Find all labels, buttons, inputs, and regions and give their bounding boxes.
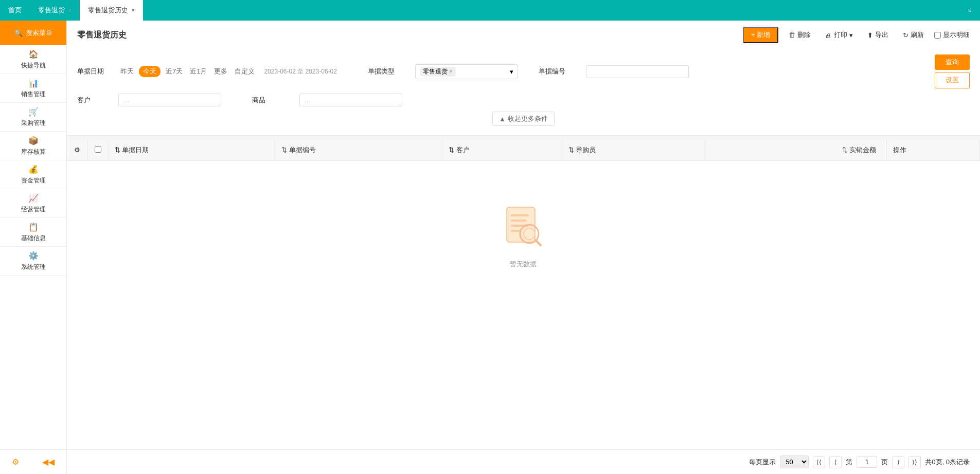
sidebar-item-operations[interactable]: 📈 经营管理 bbox=[0, 189, 66, 218]
show-detail-label[interactable]: 显示明细 bbox=[934, 30, 970, 40]
type-filter-label: 单据类型 bbox=[368, 67, 409, 76]
print-btn[interactable]: 🖨 打印 ▾ bbox=[821, 28, 857, 42]
svg-rect-1 bbox=[511, 214, 529, 216]
date-opt-custom[interactable]: 自定义 bbox=[233, 66, 257, 77]
date-range-text: 2023-06-02 至 2023-06-02 bbox=[264, 67, 336, 76]
date-opt-7days[interactable]: 近7天 bbox=[164, 66, 185, 77]
sidebar-search-label: 搜索菜单 bbox=[26, 28, 52, 38]
select-all-checkbox[interactable] bbox=[95, 146, 101, 153]
type-tag-remove[interactable]: × bbox=[449, 68, 453, 75]
pagination-bar: 每页显示 20 50 100 ⟨⟨ ⟨ 第 页 ⟩ ⟩⟩ 共0页, 0条记录 bbox=[67, 449, 980, 474]
delete-btn[interactable]: 🗑 删除 bbox=[785, 28, 815, 42]
th-guide-label: ⇅ 导购员 bbox=[568, 146, 596, 154]
tab-retail-return-history-close[interactable]: × bbox=[131, 7, 135, 14]
filter-row-customer: 客户 商品 bbox=[77, 94, 970, 106]
sidebar-item-inventory[interactable]: 📦 库存核算 bbox=[0, 132, 66, 160]
th-checkbox[interactable] bbox=[87, 140, 108, 160]
date-opt-today[interactable]: 今天 bbox=[139, 66, 161, 77]
sidebar-volume-btn[interactable]: ◀◀ bbox=[42, 457, 55, 467]
sidebar-menu: 🏠 快捷导航 📊 销售管理 🛒 采购管理 📦 库存核算 💰 资金管理 📈 bbox=[0, 45, 66, 449]
collapse-label: 收起更多条件 bbox=[508, 114, 548, 123]
purchase-mgmt-label: 采购管理 bbox=[21, 119, 46, 127]
setting-btn[interactable]: 设置 bbox=[935, 72, 970, 88]
data-table: ⚙ ⇅ 单据日期 ⇅ 单据编号 ⇅ 客户 ⇅ 导购员 bbox=[67, 140, 980, 310]
sidebar-item-basic-info[interactable]: 📋 基础信息 bbox=[0, 218, 66, 247]
number-filter-label: 单据编号 bbox=[539, 67, 580, 76]
table-body: 暂无数据 bbox=[67, 160, 980, 310]
page-title: 零售退货历史 bbox=[77, 30, 127, 41]
sidebar-item-quick-nav[interactable]: 🏠 快捷导航 bbox=[0, 45, 66, 74]
th-number-label: ⇅ 单据编号 bbox=[281, 146, 316, 154]
tab-retail-return-close[interactable]: × bbox=[68, 7, 72, 14]
goods-filter-input[interactable] bbox=[299, 94, 402, 106]
sidebar-search-btn[interactable]: 🔍 搜索菜单 bbox=[0, 21, 66, 45]
page-size-select[interactable]: 20 50 100 bbox=[780, 455, 809, 468]
total-info: 共0页, 0条记录 bbox=[925, 458, 970, 467]
sidebar-item-sales-mgmt[interactable]: 📊 销售管理 bbox=[0, 74, 66, 103]
svg-point-6 bbox=[524, 228, 535, 240]
page-header: 零售退货历史 + 新增 🗑 删除 🖨 打印 ▾ ⬆ 导出 ↻ bbox=[67, 21, 980, 136]
type-select-dropdown-icon: ▾ bbox=[510, 68, 513, 76]
customer-filter-input[interactable] bbox=[118, 94, 221, 106]
sidebar-item-finance[interactable]: 💰 资金管理 bbox=[0, 160, 66, 189]
th-amount-label: ⇅ 实销金额 bbox=[842, 146, 877, 154]
th-customer[interactable]: ⇅ 客户 bbox=[442, 140, 562, 160]
inventory-label: 库存核算 bbox=[21, 148, 46, 156]
customer-filter-label: 客户 bbox=[77, 96, 118, 105]
first-page-btn[interactable]: ⟨⟨ bbox=[813, 456, 825, 468]
tab-retail-return[interactable]: 零售退货 × bbox=[30, 0, 80, 21]
th-date[interactable]: ⇅ 单据日期 bbox=[108, 140, 275, 160]
date-opt-more[interactable]: 更多 bbox=[212, 66, 229, 77]
page-input[interactable] bbox=[857, 456, 877, 468]
page-label: 第 bbox=[846, 458, 852, 467]
sidebar: 🔍 搜索菜单 🏠 快捷导航 📊 销售管理 🛒 采购管理 📦 库存核算 💰 bbox=[0, 21, 67, 474]
number-filter-input[interactable] bbox=[586, 65, 689, 78]
filter-row-date: 单据日期 昨天 今天 近7天 近1月 更多 自定义 2023-06-02 至 2… bbox=[77, 54, 970, 88]
basic-info-icon: 📋 bbox=[28, 222, 39, 232]
type-filter-select[interactable]: 零售退货 × ▾ bbox=[415, 64, 518, 79]
page-size-label: 每页显示 bbox=[749, 458, 776, 467]
sidebar-item-system-mgmt[interactable]: ⚙️ 系统管理 bbox=[0, 247, 66, 276]
window-close-btn[interactable]: × bbox=[968, 7, 972, 14]
th-date-label: ⇅ 单据日期 bbox=[115, 146, 149, 154]
export-btn[interactable]: ⬆ 导出 bbox=[863, 28, 893, 42]
next-page-btn[interactable]: ⟩ bbox=[892, 456, 904, 468]
sidebar-settings-btn[interactable]: ⚙ bbox=[12, 457, 19, 467]
empty-icon bbox=[497, 202, 549, 253]
th-number[interactable]: ⇅ 单据编号 bbox=[275, 140, 442, 160]
collapse-row: ▲ 收起更多条件 bbox=[77, 112, 970, 130]
svg-rect-4 bbox=[511, 230, 521, 232]
th-settings[interactable]: ⚙ bbox=[67, 140, 87, 160]
last-page-btn[interactable]: ⟩⟩ bbox=[908, 456, 921, 468]
empty-text: 暂无数据 bbox=[510, 260, 537, 269]
operations-label: 经营管理 bbox=[21, 205, 46, 214]
date-opt-1month[interactable]: 近1月 bbox=[188, 66, 209, 77]
collapse-arrow-icon: ▲ bbox=[499, 115, 506, 123]
show-detail-checkbox[interactable] bbox=[934, 32, 941, 39]
date-options: 昨天 今天 近7天 近1月 更多 自定义 2023-06-02 至 2023-0… bbox=[118, 66, 337, 77]
query-btn[interactable]: 查询 bbox=[935, 54, 970, 70]
finance-label: 资金管理 bbox=[21, 176, 46, 185]
page-title-row: 零售退货历史 + 新增 🗑 删除 🖨 打印 ▾ ⬆ 导出 ↻ bbox=[77, 27, 970, 43]
tab-home[interactable]: 首页 bbox=[0, 0, 30, 21]
quick-nav-label: 快捷导航 bbox=[21, 61, 46, 70]
date-opt-yesterday[interactable]: 昨天 bbox=[118, 66, 136, 77]
th-guide[interactable]: ⇅ 导购员 bbox=[562, 140, 705, 160]
refresh-icon: ↻ bbox=[903, 31, 908, 39]
date-filter-label: 单据日期 bbox=[77, 67, 118, 76]
prev-page-btn[interactable]: ⟨ bbox=[829, 456, 842, 468]
goods-filter-label: 商品 bbox=[252, 96, 293, 105]
type-tag: 零售退货 × bbox=[420, 67, 456, 77]
empty-state-cell: 暂无数据 bbox=[67, 160, 980, 310]
sidebar-item-purchase-mgmt[interactable]: 🛒 采购管理 bbox=[0, 103, 66, 132]
new-btn[interactable]: + 新增 bbox=[743, 27, 778, 43]
th-customer-label: ⇅ 客户 bbox=[449, 146, 470, 154]
svg-rect-2 bbox=[511, 220, 526, 222]
empty-state-row: 暂无数据 bbox=[67, 160, 980, 310]
refresh-btn[interactable]: ↻ 刷新 bbox=[899, 28, 928, 42]
th-amount[interactable]: ⇅ 实销金额 bbox=[705, 140, 887, 160]
system-mgmt-icon: ⚙️ bbox=[28, 250, 39, 261]
tab-retail-return-history[interactable]: 零售退货历史 × bbox=[80, 0, 143, 21]
operations-icon: 📈 bbox=[28, 193, 39, 203]
collapse-btn[interactable]: ▲ 收起更多条件 bbox=[492, 112, 555, 126]
